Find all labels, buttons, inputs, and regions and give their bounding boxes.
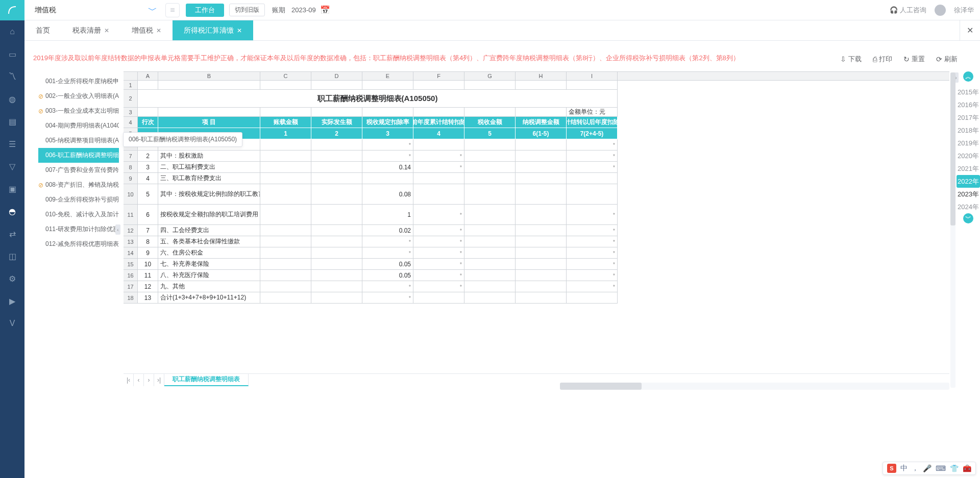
vscroll-track[interactable] (950, 72, 955, 388)
cell[interactable]: * (413, 270, 464, 281)
row-header[interactable]: 18 (124, 292, 138, 304)
cell[interactable] (464, 150, 516, 162)
row-header[interactable]: 10 (124, 184, 138, 205)
row-header[interactable]: 17 (124, 281, 138, 292)
year-item[interactable]: 2023年 (957, 188, 980, 200)
cell[interactable] (260, 281, 311, 292)
year-item[interactable]: 2019年 (957, 137, 980, 149)
form-list-item[interactable]: 001-企业所得税年度纳税申... (38, 74, 119, 89)
cell[interactable] (311, 150, 362, 162)
cell[interactable] (413, 139, 464, 150)
cell[interactable] (413, 184, 464, 205)
cell[interactable]: 0.14 (362, 162, 413, 173)
col-header[interactable]: E (362, 72, 413, 80)
cell[interactable]: * (413, 236, 464, 247)
username[interactable]: 徐泽华 (954, 6, 974, 15)
cell[interactable] (311, 162, 362, 173)
cell[interactable] (464, 259, 516, 270)
reset-button[interactable]: ↻重置 (903, 55, 925, 64)
cell[interactable] (311, 139, 362, 150)
cell[interactable] (464, 184, 516, 205)
sheet-nav-last-icon[interactable]: ›| (154, 374, 164, 386)
col-header[interactable]: D (311, 72, 362, 80)
print-button[interactable]: ⎙打印 (873, 55, 892, 64)
form-list-item[interactable]: 012-减免所得税优惠明细表(... (38, 237, 119, 251)
cell[interactable]: 1 (362, 205, 413, 225)
nav-inbox-icon[interactable]: ◫ (0, 245, 24, 267)
cell[interactable] (464, 205, 516, 225)
nav-video-icon[interactable]: ▶ (0, 290, 24, 312)
year-item[interactable]: 2017年 (957, 111, 980, 124)
cell[interactable] (260, 162, 311, 173)
cell[interactable]: * (567, 270, 618, 281)
calendar-icon[interactable]: 📅 (320, 5, 330, 15)
col-header[interactable]: A (138, 72, 158, 80)
hscroll-thumb[interactable] (560, 383, 642, 390)
tab-tax-list[interactable]: 税表清册✕ (61, 20, 120, 40)
cell[interactable]: * (413, 247, 464, 259)
cell[interactable] (260, 270, 311, 281)
cell[interactable]: * (413, 205, 464, 225)
cell[interactable] (516, 139, 567, 150)
close-all-tabs-icon[interactable]: ✕ (960, 20, 980, 40)
sheet-nav-first-icon[interactable]: |‹ (124, 374, 134, 386)
cell[interactable]: * (567, 225, 618, 236)
nav-home-icon[interactable]: ⌂ (0, 20, 24, 43)
cell[interactable] (464, 173, 516, 184)
download-button[interactable]: ⇩下载 (840, 55, 862, 64)
close-icon[interactable]: ✕ (237, 27, 242, 34)
cell[interactable]: * (567, 259, 618, 270)
hscroll-track[interactable] (560, 383, 949, 390)
cell[interactable] (464, 247, 516, 259)
cell[interactable] (311, 205, 362, 225)
year-item[interactable]: 2016年 (957, 98, 980, 111)
tab-income-tax[interactable]: 所得税汇算清缴✕ (173, 20, 253, 40)
ime-keyboard-icon[interactable]: ⌨ (936, 464, 946, 472)
cell[interactable] (567, 173, 618, 184)
col-header[interactable]: H (516, 72, 567, 80)
cell[interactable] (516, 247, 567, 259)
sheet-nav-prev-icon[interactable]: ‹ (134, 374, 144, 386)
form-list-item[interactable]: 009-企业所得税弥补亏损明... (38, 192, 119, 207)
cell[interactable] (260, 225, 311, 236)
year-item[interactable]: 2022年 (957, 175, 980, 188)
cell[interactable] (516, 150, 567, 162)
ime-logo[interactable]: S (887, 464, 896, 473)
cell[interactable]: * (567, 139, 618, 150)
refresh-icon[interactable]: ≡ (165, 3, 180, 17)
cell[interactable] (567, 292, 618, 304)
cell[interactable] (464, 225, 516, 236)
nav-list-icon[interactable]: ☰ (0, 133, 24, 155)
cell[interactable]: * (413, 162, 464, 173)
year-scroll-up-icon[interactable]: ︽ (963, 71, 973, 82)
col-header[interactable]: F (413, 72, 464, 80)
cell[interactable] (516, 236, 567, 247)
col-header[interactable]: B (158, 72, 260, 80)
ime-punct-icon[interactable]: ， (912, 464, 919, 473)
switch-old-button[interactable]: 切到旧版 (229, 4, 265, 16)
cell[interactable] (464, 281, 516, 292)
nav-gear-icon[interactable]: ⚙ (0, 267, 24, 290)
row-header[interactable]: 7 (124, 150, 138, 162)
cell[interactable]: * (413, 225, 464, 236)
cell[interactable] (260, 292, 311, 304)
cell[interactable] (311, 225, 362, 236)
cell[interactable] (464, 139, 516, 150)
cell[interactable] (260, 139, 311, 150)
cell[interactable] (516, 292, 567, 304)
nav-bowl-icon[interactable]: ◓ (0, 200, 24, 222)
tab-vat[interactable]: 增值税✕ (120, 20, 173, 40)
row-header[interactable]: 4 (124, 117, 138, 128)
sheet-grid[interactable]: 职工薪酬纳税调整明细表(A105050)金额单位：元行次项 目账载金额实际发生额… (138, 81, 618, 304)
close-icon[interactable]: ✕ (156, 27, 161, 34)
cell[interactable] (311, 184, 362, 205)
row-header[interactable]: 2 (124, 90, 138, 108)
cell[interactable] (464, 270, 516, 281)
row-header[interactable]: 12 (124, 225, 138, 236)
col-header[interactable]: C (260, 72, 311, 80)
company-dropdown-icon[interactable]: ﹀ (148, 4, 157, 16)
cell[interactable] (260, 150, 311, 162)
cell[interactable] (260, 184, 311, 205)
ime-skin-icon[interactable]: 👕 (950, 464, 959, 472)
year-item[interactable]: 2018年 (957, 124, 980, 137)
